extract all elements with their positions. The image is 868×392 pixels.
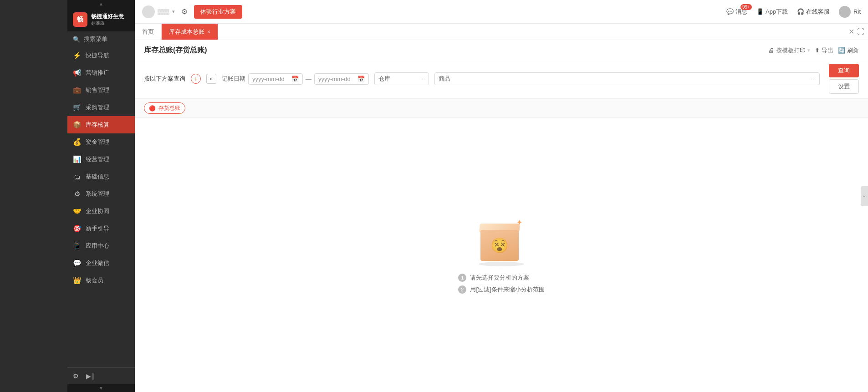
- sidebar-footer: ⚙ ▶‖: [67, 367, 135, 384]
- sound-footer-icon[interactable]: ▶‖: [86, 372, 94, 380]
- sidebar-item-basic[interactable]: 🗂基础信息: [67, 168, 135, 185]
- user-dropdown-icon[interactable]: ▾: [172, 9, 175, 15]
- nav-icon-finance: 💰: [73, 138, 81, 146]
- filter-warehouse[interactable]: 仓库 ···: [374, 72, 429, 85]
- scheme-row: 🔴 存货总账: [135, 99, 868, 118]
- refresh-btn[interactable]: 🔄 刷新: [838, 46, 859, 55]
- nav-label-operations: 经营管理: [86, 155, 109, 163]
- main-area: ▒▒▒ ▾ ⚙ 体验行业方案 💬 消息 99+ 📱 App下载 🎧 在线客服 R…: [135, 0, 868, 392]
- scheme-tag-label: 存货总账: [158, 104, 180, 112]
- logo-text: 畅捷通好生意 标准版: [91, 13, 124, 26]
- filter-product[interactable]: 商品 ···: [434, 72, 820, 85]
- sidebar-item-guide[interactable]: 🎯新手引导: [67, 220, 135, 237]
- scheme-tag[interactable]: 🔴 存货总账: [144, 102, 185, 114]
- right-user-avatar: [839, 6, 851, 18]
- hint-num-1: 1: [458, 274, 466, 282]
- topbar-online-service[interactable]: 🎧 在线客服: [797, 8, 830, 16]
- export-label: 导出: [822, 46, 833, 55]
- nav-label-guide: 新手引导: [86, 224, 109, 233]
- nav-icon-marketing: 📢: [73, 69, 81, 77]
- nav-icon-guide: 🎯: [73, 224, 81, 233]
- refresh-icon: 🔄: [838, 47, 845, 54]
- sidebar-item-apps[interactable]: 📱应用中心: [67, 237, 135, 255]
- print-icon: 🖨: [768, 47, 774, 54]
- app-name: 畅捷通好生意: [91, 13, 124, 20]
- product-more-icon[interactable]: ···: [811, 76, 816, 82]
- nav-icon-purchase: 🛒: [73, 103, 81, 112]
- sidebar-item-finance[interactable]: 💰资金管理: [67, 133, 135, 151]
- sidebar-item-purchase[interactable]: 🛒采购管理: [67, 99, 135, 116]
- warehouse-more-icon[interactable]: ···: [420, 76, 425, 82]
- content-area: 😵 ✦ 1 请先选择要分析的方案 2 用[过滤]条件来缩小分析范围: [135, 118, 868, 392]
- warehouse-label: 仓库: [378, 75, 420, 83]
- sidebar-item-quick-nav[interactable]: ⚡快捷导航: [67, 47, 135, 64]
- sidebar-item-sales[interactable]: 💼销售管理: [67, 81, 135, 99]
- topbar-user: ▒▒▒ ▾: [142, 5, 175, 18]
- tab-right-controls: ✕ ⛶: [848, 27, 868, 36]
- nav-label-system: 系统管理: [86, 190, 109, 198]
- sidebar-item-system[interactable]: ⚙系统管理: [67, 185, 135, 203]
- page-actions: 🖨 按模板打印 ▾ ⬆ 导出 🔄 刷新: [768, 46, 859, 55]
- filter-date-sep: —: [306, 76, 311, 82]
- nav-label-inventory: 库存核算: [86, 121, 109, 129]
- right-user-name: Rit: [853, 8, 861, 15]
- app-logo: 畅 畅捷通好生意 标准版: [67, 8, 135, 31]
- tab-home[interactable]: 首页: [135, 24, 162, 40]
- filter-date-start[interactable]: yyyy-mm-dd 📅: [248, 73, 303, 85]
- nav-icon-member: 👑: [73, 276, 81, 285]
- filter-bar: 按以下方案查询 + « 记账日期 yyyy-mm-dd 📅 — yyyy-mm-…: [135, 59, 868, 99]
- sidebar-nav: ⚡快捷导航📢营销推广💼销售管理🛒采购管理📦库存核算💰资金管理📊经营管理🗂基础信息…: [67, 47, 135, 367]
- page-header: 库存总账(存货总账) 🖨 按模板打印 ▾ ⬆ 导出 🔄 刷新: [135, 40, 868, 59]
- query-btn[interactable]: 查询: [829, 64, 859, 77]
- sidebar-item-inventory[interactable]: 📦库存核算: [67, 116, 135, 133]
- sidebar-item-wechat[interactable]: 💬企业微信: [67, 255, 135, 272]
- nav-icon-apps: 📱: [73, 242, 81, 250]
- nav-icon-system: ⚙: [73, 190, 81, 198]
- empty-state: 😵 ✦ 1 请先选择要分析的方案 2 用[过滤]条件来缩小分析范围: [458, 216, 544, 294]
- message-icon: 💬: [726, 8, 734, 15]
- empty-hint-2: 2 用[过滤]条件来缩小分析范围: [458, 285, 544, 294]
- tab-active[interactable]: 库存成本总账 ×: [162, 24, 218, 40]
- nav-icon-basic: 🗂: [73, 173, 81, 181]
- calendar-end-icon[interactable]: 📅: [357, 76, 365, 82]
- print-btn[interactable]: 🖨 按模板打印 ▾: [768, 46, 810, 55]
- app-download-label: App下载: [766, 8, 788, 16]
- sidebar-item-cooperation[interactable]: 🤝企业协同: [67, 203, 135, 220]
- nav-icon-wechat: 💬: [73, 259, 81, 267]
- panel-resize-icon[interactable]: ⛶: [857, 28, 864, 36]
- filter-add-btn[interactable]: +: [191, 74, 201, 84]
- query-settings-group: 查询 设置: [829, 64, 859, 94]
- tab-close-icon[interactable]: ×: [207, 29, 210, 35]
- sidebar-item-marketing[interactable]: 📢营销推广: [67, 64, 135, 81]
- settings-footer-icon[interactable]: ⚙: [73, 372, 79, 380]
- search-icon: 🔍: [73, 36, 80, 43]
- topbar-gear-icon[interactable]: ⚙: [181, 7, 188, 16]
- nav-label-marketing: 营销推广: [86, 69, 109, 77]
- sidebar-item-member[interactable]: 👑畅会员: [67, 272, 135, 289]
- filter-collapse-btn[interactable]: «: [206, 74, 216, 84]
- topbar: ▒▒▒ ▾ ⚙ 体验行业方案 💬 消息 99+ 📱 App下载 🎧 在线客服 R…: [135, 0, 868, 24]
- filter-date-end[interactable]: yyyy-mm-dd 📅: [314, 73, 369, 85]
- topbar-right: 💬 消息 99+ 📱 App下载 🎧 在线客服 Rit: [726, 6, 861, 18]
- settings-btn[interactable]: 设置: [829, 79, 859, 94]
- panel-close-icon[interactable]: ✕: [848, 27, 854, 36]
- nav-label-wechat: 企业微信: [86, 259, 109, 267]
- hint-text-2: 用[过滤]条件来缩小分析范围: [470, 285, 544, 294]
- sidebar-search[interactable]: 🔍 搜索菜单: [67, 31, 135, 47]
- calendar-start-icon[interactable]: 📅: [291, 76, 299, 82]
- empty-hints: 1 请先选择要分析的方案 2 用[过滤]条件来缩小分析范围: [458, 274, 544, 294]
- sidebar-scroll-down[interactable]: ▼: [67, 384, 135, 392]
- sidebar-item-operations[interactable]: 📊经营管理: [67, 151, 135, 168]
- logo-icon: 畅: [73, 12, 87, 27]
- message-badge: 99+: [740, 4, 752, 10]
- export-btn[interactable]: ⬆ 导出: [815, 46, 833, 55]
- empty-hint-1: 1 请先选择要分析的方案: [458, 274, 529, 282]
- right-panel-toggle[interactable]: ›: [861, 186, 868, 206]
- filter-date-label: 记账日期: [222, 75, 245, 83]
- print-dropdown-icon[interactable]: ▾: [807, 47, 810, 53]
- topbar-right-user: Rit: [839, 6, 861, 18]
- industry-btn[interactable]: 体验行业方案: [194, 5, 242, 19]
- sidebar-scroll-up[interactable]: ▲: [67, 0, 135, 8]
- topbar-app-download[interactable]: 📱 App下载: [756, 8, 788, 16]
- topbar-message[interactable]: 💬 消息 99+: [726, 8, 747, 16]
